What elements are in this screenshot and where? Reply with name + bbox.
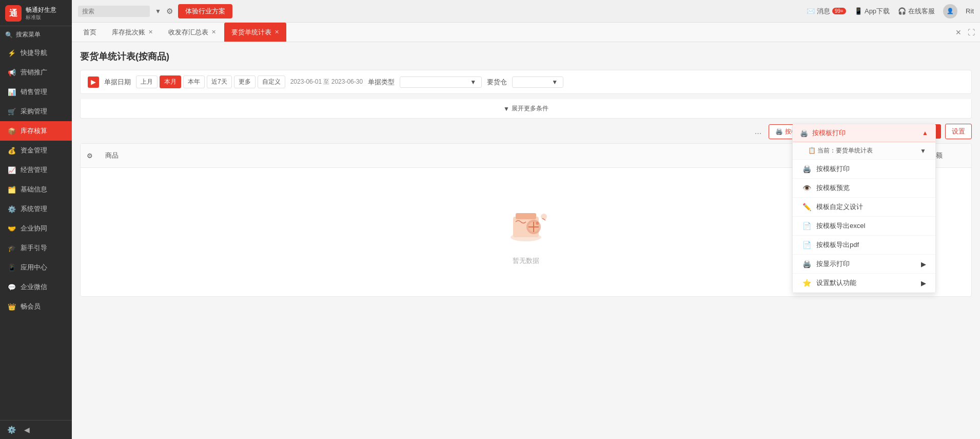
dropdown-template-pdf[interactable]: 📄 按模板导出pdf: [793, 236, 935, 255]
tab-order-stats-label: 要货单统计表: [231, 28, 271, 37]
tab-close-btn[interactable]: ✕: [954, 27, 963, 37]
order-type-select[interactable]: ▼: [400, 77, 482, 88]
date-btn-7days[interactable]: 近7天: [207, 75, 232, 88]
topbar-search-input[interactable]: [78, 6, 150, 17]
online-service-item[interactable]: 🎧 在线客服: [898, 7, 935, 16]
sidebar-item-quick-nav[interactable]: ⚡ 快捷导航: [0, 43, 72, 63]
user-avatar[interactable]: 👤: [943, 4, 957, 18]
sidebar-item-business[interactable]: 📈 经营管理: [0, 160, 72, 180]
template-icon: 📋: [808, 147, 816, 154]
collapse-icon[interactable]: ◀: [24, 426, 30, 434]
order-type-chevron: ▼: [470, 79, 476, 86]
purchase-icon: 🛒: [7, 107, 16, 116]
sidebar-bottom: ⚙️ ◀: [0, 420, 72, 439]
toolbar-row: ... 🖨️ 按模板打印 ▲ ⬆️ 导出 ↻ 刷新 查询 设置 🖨️: [80, 124, 972, 139]
dropdown-template-print[interactable]: 🖨️ 按模板打印: [793, 160, 935, 179]
template-excel-label: 按模板导出excel: [816, 221, 865, 231]
display-print-arrow: ▶: [921, 260, 926, 268]
table-col-settings[interactable]: ⚙: [81, 149, 99, 163]
tab-home[interactable]: 首页: [76, 23, 104, 42]
main-area: ▼ ⚙ 体验行业方案 ✉️ 消息 99+ 📱 App下载 🎧 在线客服 👤 Ri…: [72, 0, 980, 439]
sidebar-item-basics[interactable]: 🗂️ 基础信息: [0, 180, 72, 199]
date-btn-last-month[interactable]: 上月: [136, 75, 158, 88]
template-pdf-icon: 📄: [802, 241, 811, 249]
sidebar-item-cooperation[interactable]: 🤝 企业协同: [0, 219, 72, 238]
tab-batch-account-label: 库存批次账: [112, 28, 145, 37]
expand-more-btn[interactable]: ▼ 展开更多条件: [497, 102, 555, 115]
sidebar-search-label: 搜索菜单: [16, 30, 41, 39]
sidebar-item-purchase[interactable]: 🛒 采购管理: [0, 102, 72, 121]
dropdown-template-preview[interactable]: 👁️ 按模板预览: [793, 179, 935, 198]
more-options-btn[interactable]: ...: [752, 126, 765, 137]
sidebar-item-label: 营销推广: [21, 68, 47, 77]
sidebar-item-app-center[interactable]: 📱 应用中心: [0, 258, 72, 277]
tab-expand-btn[interactable]: ⛶: [967, 27, 976, 37]
filter-bar: ▶ 单据日期 上月 本月 本年 近7天 更多 自定义 2023-06-01 至 …: [80, 70, 972, 94]
sidebar-item-system[interactable]: ⚙️ 系统管理: [0, 199, 72, 219]
display-print-label: 按显示打印: [816, 259, 850, 269]
dropdown-display-print[interactable]: 🖨️ 按显示打印 ▶: [793, 255, 935, 274]
topbar-dropdown-icon[interactable]: ▼: [155, 8, 161, 15]
messages-badge: 99+: [832, 8, 846, 14]
goods-select[interactable]: ▼: [512, 77, 563, 88]
settings-btn[interactable]: 设置: [945, 124, 972, 139]
tab-batch-account[interactable]: 库存批次账 ✕: [105, 23, 160, 42]
sidebar-item-label: 基础信息: [21, 185, 47, 194]
sidebar-item-wechat[interactable]: 💬 企业微信: [0, 277, 72, 297]
display-print-icon: 🖨️: [802, 260, 811, 268]
date-btn-more[interactable]: 更多: [234, 75, 256, 88]
template-preview-label: 按模板预览: [816, 183, 850, 193]
membership-icon: 👑: [7, 302, 16, 311]
dropdown-template-excel[interactable]: 📄 按模板导出excel: [793, 217, 935, 236]
settings-bottom-icon[interactable]: ⚙️: [7, 426, 16, 434]
app-download-item[interactable]: 📱 App下载: [854, 7, 890, 16]
tab-collection-summary[interactable]: 收发存汇总表 ✕: [161, 23, 223, 42]
sidebar-logo: 通 畅通好生意 标准版: [0, 0, 72, 26]
dropdown-current-item[interactable]: 📋 当前：要货单统计表 ▼: [793, 142, 935, 160]
dropdown-header[interactable]: 🖨️ 按模板打印 ▲: [793, 124, 935, 142]
sidebar-item-marketing[interactable]: 📢 营销推广: [0, 63, 72, 82]
dropdown-current-arrow: ▼: [920, 147, 926, 155]
filter-expand-toggle[interactable]: ▶: [88, 77, 99, 88]
tab-batch-account-close[interactable]: ✕: [148, 29, 153, 35]
app-center-icon: 📱: [7, 263, 16, 272]
dropdown-current-label: 当前：要货单统计表: [817, 147, 873, 154]
dropdown-close-icon[interactable]: ▲: [922, 129, 928, 137]
template-design-label: 模板自定义设计: [816, 202, 863, 212]
order-type-label: 单据类型: [368, 78, 395, 87]
sidebar-item-membership[interactable]: 👑 畅会员: [0, 297, 72, 316]
dropdown-default-func[interactable]: ⭐ 设置默认功能 ▶: [793, 274, 935, 293]
tab-collection-summary-label: 收发存汇总表: [168, 28, 208, 37]
topbar: ▼ ⚙ 体验行业方案 ✉️ 消息 99+ 📱 App下载 🎧 在线客服 👤 Ri…: [72, 0, 980, 23]
sidebar-item-label: 销售管理: [21, 87, 47, 97]
tab-order-stats[interactable]: 要货单统计表 ✕: [224, 23, 286, 42]
tab-collection-summary-close[interactable]: ✕: [211, 29, 216, 35]
content-area: 要货单统计表(按商品) ▶ 单据日期 上月 本月 本年 近7天 更多 自定义 2…: [72, 42, 980, 439]
username-label: Rit: [966, 7, 974, 15]
sidebar-item-guide[interactable]: 🎓 新手引导: [0, 238, 72, 258]
table-gear-icon[interactable]: ⚙: [87, 152, 93, 160]
messages-item[interactable]: ✉️ 消息 99+: [807, 7, 846, 16]
tab-order-stats-close[interactable]: ✕: [275, 29, 279, 35]
date-btn-this-year[interactable]: 本年: [183, 75, 205, 88]
cooperation-icon: 🤝: [7, 224, 16, 233]
sidebar-item-sales[interactable]: 📊 销售管理: [0, 82, 72, 102]
inventory-icon: 📦: [7, 126, 16, 136]
empty-text: 暂无数据: [513, 256, 539, 265]
svg-point-7: [536, 222, 539, 225]
app-subtitle: 标准版: [26, 14, 56, 21]
sidebar-menu: ⚡ 快捷导航 📢 营销推广 📊 销售管理 🛒 采购管理 📦 库存核算 💰 资金管…: [0, 43, 72, 420]
sidebar-item-inventory[interactable]: 📦 库存核算: [0, 121, 72, 141]
sidebar-search-item[interactable]: 🔍 搜索菜单: [0, 26, 72, 43]
tabbar-controls: ✕ ⛶: [954, 27, 976, 37]
dropdown-template-design[interactable]: ✏️ 模板自定义设计: [793, 198, 935, 217]
sidebar-item-finance[interactable]: 💰 资金管理: [0, 141, 72, 160]
industry-btn[interactable]: 体验行业方案: [178, 4, 232, 18]
topbar-gear-icon[interactable]: ⚙: [166, 7, 173, 16]
date-btn-this-month[interactable]: 本月: [160, 75, 181, 88]
date-btn-custom[interactable]: 自定义: [258, 75, 285, 88]
sidebar-item-label: 资金管理: [21, 146, 47, 155]
print-icon: 🖨️: [775, 128, 783, 135]
guide-icon: 🎓: [7, 243, 16, 253]
basics-icon: 🗂️: [7, 185, 16, 194]
